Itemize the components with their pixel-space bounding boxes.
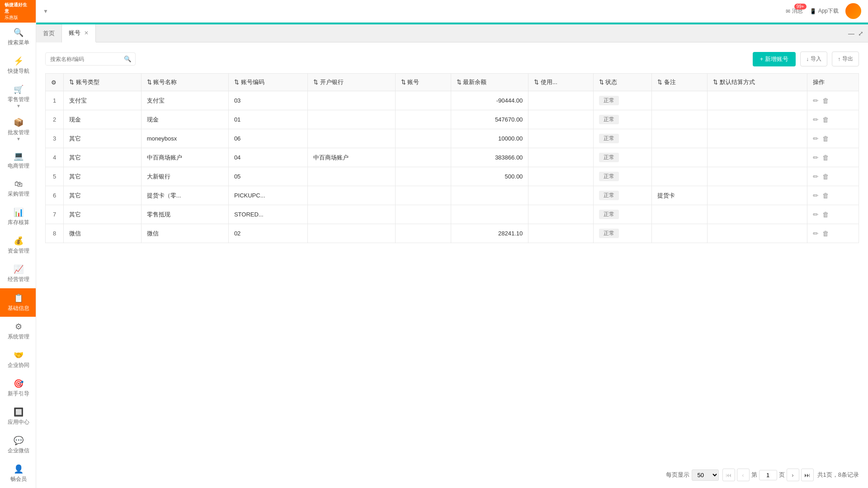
- sidebar-item-quicknav[interactable]: ⚡ 快捷导航: [0, 51, 36, 80]
- quicknav-icon: ⚡: [14, 56, 24, 66]
- system-icon: ⚙: [15, 322, 22, 332]
- per-page-select[interactable]: 50 100: [692, 469, 719, 481]
- delete-icon[interactable]: 🗑: [822, 97, 829, 104]
- message-button[interactable]: ✉ 消息 99+: [786, 7, 803, 15]
- row-name: 现金: [141, 110, 228, 129]
- sidebar-item-ecommerce[interactable]: 💻 电商管理: [0, 146, 36, 174]
- th-account[interactable]: ⇅ 账号: [395, 74, 451, 91]
- th-balance[interactable]: ⇅ 最新余额: [451, 74, 528, 91]
- page-input[interactable]: [759, 470, 777, 480]
- th-bank[interactable]: ⇅ 开户银行: [308, 74, 395, 91]
- tab-account[interactable]: 账号 ✕: [62, 24, 96, 42]
- finance-icon: 💰: [14, 236, 24, 246]
- th-status[interactable]: ⇅ 状态: [593, 74, 651, 91]
- sidebar-item-inventory[interactable]: 📊 库存核算: [0, 203, 36, 231]
- sidebar-item-finance[interactable]: 💰 资金管理: [0, 231, 36, 260]
- search-box[interactable]: 🔍: [45, 52, 136, 66]
- pagination: 每页显示 50 100 ⏮ ‹ 第 页 › ⏭ 共1页，8条记录: [666, 469, 859, 481]
- row-usage: [528, 167, 593, 186]
- sidebar-item-purchase[interactable]: 🛍 采购管理: [0, 174, 36, 202]
- sidebar-item-label: 库存核算: [8, 219, 29, 226]
- delete-icon[interactable]: 🗑: [822, 135, 829, 142]
- sidebar-item-guide[interactable]: 🎯 新手引导: [0, 374, 36, 402]
- next-page-button[interactable]: ›: [787, 469, 799, 481]
- export-button[interactable]: ↑ 导出: [832, 52, 859, 66]
- row-code: STORED...: [228, 205, 308, 224]
- appcenter-icon: 🔲: [14, 407, 24, 417]
- delete-icon[interactable]: 🗑: [822, 116, 829, 123]
- sidebar-item-system[interactable]: ⚙ 系统管理: [0, 317, 36, 345]
- row-balance: 500.00: [451, 167, 528, 186]
- edit-icon[interactable]: ✏: [813, 173, 819, 181]
- delete-icon[interactable]: 🗑: [822, 211, 829, 218]
- edit-icon[interactable]: ✏: [813, 230, 819, 238]
- delete-icon[interactable]: 🗑: [822, 192, 829, 199]
- retail-icon: 🛒: [14, 84, 24, 94]
- tab-minimize-icon[interactable]: —: [848, 30, 854, 37]
- search-button[interactable]: 🔍: [120, 53, 135, 65]
- th-action: 操作: [807, 74, 859, 91]
- sidebar-item-retail[interactable]: 🛒 零售管理 ▼: [0, 80, 36, 113]
- user-avatar[interactable]: [845, 3, 861, 19]
- edit-icon[interactable]: ✏: [813, 154, 819, 162]
- sidebar-item-operation[interactable]: 📈 经营管理: [0, 260, 36, 288]
- sidebar-item-wholesale[interactable]: 📦 批发管理 ▼: [0, 113, 36, 146]
- row-type: 其它: [64, 129, 142, 148]
- tab-close-button[interactable]: ✕: [84, 30, 89, 36]
- th-type[interactable]: ⇅ 账号类型: [64, 74, 142, 91]
- phone-icon: 📱: [810, 8, 816, 14]
- tab-maximize-icon[interactable]: ⤢: [858, 30, 863, 37]
- dropdown-trigger[interactable]: ▼: [43, 8, 48, 14]
- logo-subtext: 乐惠版: [5, 14, 31, 21]
- sidebar-item-label: 零售管理: [8, 96, 29, 103]
- row-remark: [652, 110, 708, 129]
- th-usage[interactable]: ⇅ 使用...: [528, 74, 593, 91]
- search-input[interactable]: [46, 53, 120, 65]
- row-no: 5: [46, 167, 64, 186]
- th-name[interactable]: ⇅ 账号名称: [141, 74, 228, 91]
- row-no: 4: [46, 148, 64, 167]
- tab-action-icons: — ⤢: [844, 30, 868, 37]
- sidebar-item-cooperation[interactable]: 🤝 企业协同: [0, 345, 36, 374]
- sidebar-item-vip[interactable]: 👤 畅会员: [0, 460, 36, 488]
- sidebar-item-search[interactable]: 🔍 搜索菜单: [0, 23, 36, 51]
- row-status: 正常: [593, 148, 651, 167]
- per-page-label: 每页显示: [666, 471, 689, 479]
- edit-icon[interactable]: ✏: [813, 192, 819, 200]
- tab-home[interactable]: 首页: [36, 24, 62, 42]
- prev-page-button[interactable]: ‹: [737, 469, 750, 481]
- edit-icon[interactable]: ✏: [813, 135, 819, 143]
- edit-icon[interactable]: ✏: [813, 116, 819, 124]
- row-balance: 10000.00: [451, 129, 528, 148]
- tab-account-label: 账号: [69, 29, 80, 37]
- first-page-button[interactable]: ⏮: [722, 469, 735, 481]
- th-settlement[interactable]: ⇅ 默认结算方式: [708, 74, 807, 91]
- row-account: [395, 224, 451, 243]
- export-label: 导出: [842, 55, 853, 63]
- delete-icon[interactable]: 🗑: [822, 230, 829, 237]
- app-download-button[interactable]: 📱 App下载: [810, 7, 839, 15]
- th-code[interactable]: ⇅ 账号编码: [228, 74, 308, 91]
- basic-info-icon: 📋: [14, 293, 24, 303]
- tab-home-label: 首页: [43, 29, 55, 38]
- sidebar-item-basic-info[interactable]: 📋 基础信息: [0, 288, 36, 317]
- sidebar-item-appcenter[interactable]: 🔲 应用中心: [0, 403, 36, 431]
- edit-icon[interactable]: ✏: [813, 97, 819, 105]
- edit-icon[interactable]: ✏: [813, 211, 819, 219]
- row-name: moneybosx: [141, 129, 228, 148]
- row-type: 现金: [64, 110, 142, 129]
- add-account-button[interactable]: + 新增账号: [753, 52, 796, 66]
- row-no: 8: [46, 224, 64, 243]
- row-remark: [652, 129, 708, 148]
- delete-icon[interactable]: 🗑: [822, 154, 829, 161]
- last-page-button[interactable]: ⏭: [801, 469, 814, 481]
- th-settings[interactable]: ⚙: [46, 74, 64, 91]
- export-icon: ↑: [838, 56, 840, 62]
- sidebar-item-enterprise-wechat[interactable]: 💬 企业微信: [0, 431, 36, 460]
- delete-icon[interactable]: 🗑: [822, 173, 829, 180]
- import-button[interactable]: ↓ 导入: [800, 52, 827, 66]
- vip-icon: 👤: [14, 464, 24, 474]
- sidebar-item-label: 企业协同: [8, 361, 29, 369]
- th-remark[interactable]: ⇅ 备注: [652, 74, 708, 91]
- row-status: 正常: [593, 110, 651, 129]
